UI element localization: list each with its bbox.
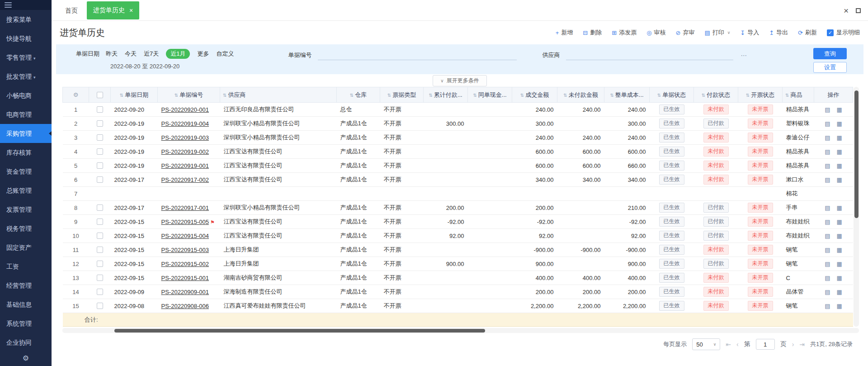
col-header-supplier[interactable]: ⇅供应商 xyxy=(220,87,337,103)
col-header-invoice_status[interactable]: ⇅开票状态 xyxy=(738,87,783,103)
table-row[interactable]: 52022-09-19PS-20220919-001江西宝达有限责任公司产成品1… xyxy=(63,159,853,173)
table-row[interactable]: 42022-09-19PS-20220919-002江西宝达有限责任公司产成品1… xyxy=(63,145,853,159)
col-header-code[interactable]: ⇅单据编号 xyxy=(158,87,220,103)
select-all-checkbox[interactable] xyxy=(97,92,103,98)
sidebar-item-invoice[interactable]: 发票管理 xyxy=(0,200,52,219)
barcode-icon[interactable]: ▦ xyxy=(837,233,842,239)
table-row[interactable]: 142022-09-09PS-20220909-001深海制造有限责任公司产成品… xyxy=(63,285,853,299)
next-page-icon[interactable]: › xyxy=(792,341,794,348)
row-checkbox[interactable] xyxy=(97,106,103,113)
barcode-icon[interactable]: ▦ xyxy=(837,176,842,183)
doc-number-link[interactable]: PS-20220915-003 xyxy=(161,247,209,253)
sidebar-item-collaboration[interactable]: 企业协同 xyxy=(0,333,52,352)
table-row[interactable]: 152022-09-08PS-20220908-006江西真可爱布娃娃有限责任公… xyxy=(63,299,853,313)
settings-gear-icon[interactable]: ⚙ xyxy=(0,354,52,362)
col-header-actions[interactable]: 操作 xyxy=(814,87,853,103)
barcode-icon[interactable]: ▦ xyxy=(837,261,842,267)
doc-number-link[interactable]: PS-20220915-005 xyxy=(161,219,209,225)
sidebar-item-tax[interactable]: 税务管理 xyxy=(0,219,52,238)
unaudit-button[interactable]: ⊘弃审 xyxy=(675,29,694,37)
detail-view-icon[interactable]: ▤ xyxy=(825,303,830,309)
sidebar-item-fixed-assets[interactable]: 固定资产 xyxy=(0,238,52,257)
add-invoice-button[interactable]: ⊞添发票 xyxy=(612,29,637,37)
doc-number-link[interactable]: PS-20220915-002 xyxy=(161,261,209,267)
close-icon[interactable]: × xyxy=(844,6,849,15)
detail-view-icon[interactable]: ▤ xyxy=(825,148,830,155)
sidebar-item-inventory[interactable]: 库存核算 xyxy=(0,143,52,162)
tab-home[interactable]: 首页 xyxy=(56,0,87,21)
quick-option-今天[interactable]: 今天 xyxy=(125,50,137,58)
quick-option-昨天[interactable]: 昨天 xyxy=(106,50,118,58)
table-row[interactable]: 82022-09-17PS-20220917-001深圳联宝小精品有限责任公司产… xyxy=(63,201,853,215)
sidebar-item-purchase[interactable]: 采购管理 xyxy=(0,124,52,143)
sidebar-item-xiaochang-ec[interactable]: 小畅电商 xyxy=(0,86,52,105)
col-header-amount[interactable]: ⇅成交金额 xyxy=(512,87,557,103)
barcode-icon[interactable]: ▦ xyxy=(837,148,842,155)
doc-number-link[interactable]: PS-20220917-002 xyxy=(161,176,209,183)
barcode-icon[interactable]: ▦ xyxy=(837,275,842,281)
detail-view-icon[interactable]: ▤ xyxy=(825,247,830,253)
barcode-icon[interactable]: ▦ xyxy=(837,204,842,211)
table-row[interactable]: 12022-09-20PS-20220920-001江西无印良品有限责任公司总仓… xyxy=(63,103,853,117)
table-row[interactable]: 32022-09-19PS-20220919-003深圳联宝小精品有限责任公司产… xyxy=(63,131,853,145)
sidebar-item-retail[interactable]: 零售管理▾ xyxy=(0,48,52,67)
doc-number-link[interactable]: PS-20220919-004 xyxy=(161,120,209,127)
barcode-icon[interactable]: ▦ xyxy=(837,134,842,141)
doc-number-link[interactable]: PS-20220909-001 xyxy=(161,289,209,295)
barcode-icon[interactable]: ▦ xyxy=(837,289,842,295)
sidebar-item-wholesale[interactable]: 批发管理▾ xyxy=(0,67,52,86)
col-header-product[interactable]: ⇅商品 xyxy=(783,87,814,103)
tab-close-icon[interactable]: × xyxy=(129,7,133,14)
import-button[interactable]: ↧导入 xyxy=(740,29,759,37)
doc-number-link[interactable]: PS-20220919-001 xyxy=(161,162,209,169)
sidebar-item-payroll[interactable]: 工资 xyxy=(0,257,52,276)
sidebar-item-system[interactable]: 系统管理 xyxy=(0,314,52,333)
barcode-icon[interactable]: ▦ xyxy=(837,162,842,169)
barcode-icon[interactable]: ▦ xyxy=(837,219,842,225)
vertical-scrollbar-thumb[interactable] xyxy=(854,90,859,218)
sidebar-item-base-info[interactable]: 基础信息 xyxy=(0,295,52,314)
page-number-input[interactable] xyxy=(756,339,775,350)
detail-view-icon[interactable]: ▤ xyxy=(825,162,830,169)
barcode-icon[interactable]: ▦ xyxy=(837,120,842,127)
col-header-unpaid[interactable]: ⇅未付款金额 xyxy=(557,87,604,103)
first-page-icon[interactable]: ⇤ xyxy=(726,341,731,348)
page-size-select[interactable]: 50 ∨ xyxy=(692,338,720,350)
quick-option-自定义[interactable]: 自定义 xyxy=(216,50,234,58)
row-checkbox[interactable] xyxy=(97,219,103,225)
prev-page-icon[interactable]: ‹ xyxy=(736,341,739,348)
doc-number-link[interactable]: PS-20220915-004 xyxy=(161,233,209,239)
checked-checkbox-icon[interactable]: ✓ xyxy=(827,29,834,36)
sidebar-item-funds[interactable]: 资金管理 xyxy=(0,162,52,181)
sidebar-item-search-menu[interactable]: 搜索菜单 xyxy=(0,10,52,29)
doc-number-link[interactable]: PS-20220920-001 xyxy=(161,106,209,113)
col-header-idx[interactable]: ⚙ xyxy=(63,87,89,103)
audit-button[interactable]: ◎审核 xyxy=(646,29,665,37)
export-button[interactable]: ↥导出 xyxy=(769,29,788,37)
sidebar-item-quick-nav[interactable]: 快捷导航 xyxy=(0,29,52,48)
detail-view-icon[interactable]: ▤ xyxy=(825,204,830,211)
detail-view-icon[interactable]: ▤ xyxy=(825,106,830,113)
row-checkbox[interactable] xyxy=(97,148,103,155)
table-row[interactable]: 7棉花 xyxy=(63,187,853,201)
row-checkbox[interactable] xyxy=(97,134,103,141)
row-checkbox[interactable] xyxy=(97,176,103,183)
row-checkbox[interactable] xyxy=(97,275,103,281)
col-header-paid_total[interactable]: ⇅累计付款... xyxy=(424,87,468,103)
last-page-icon[interactable]: ⇥ xyxy=(799,341,805,348)
quick-option-近7天[interactable]: 近7天 xyxy=(144,50,159,58)
tab-purchase-history[interactable]: 进货单历史 × xyxy=(87,1,139,19)
more-dots-icon[interactable]: ⋯ xyxy=(741,52,748,59)
doc-number-link[interactable]: PS-20220919-003 xyxy=(161,134,209,141)
supplier-input[interactable] xyxy=(566,50,733,60)
barcode-icon[interactable]: ▦ xyxy=(837,303,842,309)
detail-view-icon[interactable]: ▤ xyxy=(825,261,830,267)
table-row[interactable]: 112022-09-15PS-20220915-003上海日升集团产成品1仓不开… xyxy=(63,243,853,257)
settings-button[interactable]: 设置 xyxy=(813,62,847,73)
menu-icon[interactable] xyxy=(5,1,12,9)
detail-view-icon[interactable]: ▤ xyxy=(825,289,830,295)
doc-number-link[interactable]: PS-20220915-001 xyxy=(161,275,209,281)
row-checkbox[interactable] xyxy=(97,289,103,295)
fullscreen-icon[interactable] xyxy=(856,8,861,13)
row-checkbox[interactable] xyxy=(97,120,103,127)
